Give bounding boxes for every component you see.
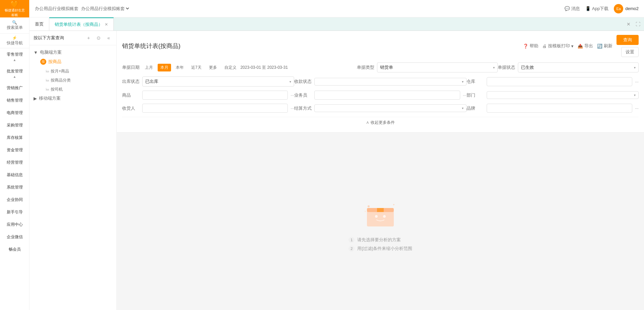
topbar-actions: 💬 消息 📱 App下载 Ea demo2 bbox=[565, 4, 639, 13]
sidebar-item-app-center[interactable]: 应用中心 bbox=[0, 218, 29, 231]
sidebar-item-operation[interactable]: 经营管理 bbox=[0, 156, 29, 169]
app-download-button[interactable]: 📱 App下载 bbox=[585, 6, 608, 12]
recipient-dots[interactable]: ··· bbox=[290, 106, 294, 111]
empty-illustration bbox=[360, 191, 400, 231]
user-profile[interactable]: Ea demo2 bbox=[614, 4, 639, 13]
tab-home-label: 首页 bbox=[35, 21, 44, 27]
salesperson-input[interactable] bbox=[314, 91, 460, 100]
help-button[interactable]: ❓ 帮助 bbox=[523, 43, 538, 49]
tab-sales-stats-label: 销货单统计表（按商品） bbox=[55, 21, 103, 28]
industry-dropdown[interactable]: 办公用品行业模拟账套 bbox=[80, 6, 130, 11]
help-icon: ❓ bbox=[523, 44, 528, 49]
svg-rect-2 bbox=[377, 208, 384, 212]
logo-text: 畅捷通好生意 bbox=[5, 8, 25, 13]
svg-point-5 bbox=[368, 205, 370, 207]
sidebar-item-ecommerce[interactable]: 电商管理 bbox=[0, 107, 29, 119]
query-button[interactable]: 查询 bbox=[616, 35, 639, 45]
salesperson-dots[interactable]: ··· bbox=[463, 93, 467, 98]
tree-category-mobile[interactable]: ▶ 移动端方案 bbox=[30, 94, 116, 103]
doc-status-dropdown[interactable]: 已生效 ▾ bbox=[518, 62, 639, 72]
topbar: 办公用品行业模拟账套 办公用品行业模拟账套 💬 消息 📱 App下载 Ea de… bbox=[30, 0, 644, 17]
sidebar-item-enterprise[interactable]: 企业协同 bbox=[0, 194, 29, 206]
outbound-status-control: 已出库 ▾ bbox=[142, 76, 294, 87]
filter-outbound-status: 出库状态 已出库 ▾ bbox=[122, 76, 294, 87]
filter-payment-status: 收款状态 ▾ bbox=[294, 78, 466, 86]
recipient-label: 收货人 bbox=[122, 105, 142, 111]
date-btn-7days[interactable]: 近7天 bbox=[189, 64, 204, 71]
window-close-button[interactable]: ✕ bbox=[625, 21, 632, 28]
warehouse-input[interactable] bbox=[487, 77, 632, 86]
message-label: 消息 bbox=[571, 6, 580, 12]
left-panel-title: 按以下方案查询 bbox=[34, 35, 64, 41]
tree-item-by-category[interactable]: ㎞ 按商品分类 bbox=[30, 76, 116, 85]
tabbar-spacer bbox=[114, 17, 623, 31]
print-button[interactable]: 🖨 按模板打印 ▾ bbox=[542, 43, 574, 49]
tree-item-by-printer[interactable]: ㎞ 按司机 bbox=[30, 85, 116, 94]
payment-method-dropdown[interactable]: ▾ bbox=[314, 104, 466, 112]
brand-input[interactable] bbox=[487, 104, 632, 113]
sidebar-item-system[interactable]: 系统管理 bbox=[0, 181, 29, 194]
sidebar-item-guide[interactable]: 新手引导 bbox=[0, 206, 29, 218]
warehouse-control: ··· bbox=[487, 77, 639, 86]
add-scheme-button[interactable]: + bbox=[85, 34, 92, 42]
tab-home[interactable]: 首页 bbox=[30, 17, 49, 31]
query-actions: 查询 设置 bbox=[616, 35, 639, 57]
recipient-input[interactable] bbox=[142, 104, 288, 113]
tree-category-desktop[interactable]: ▼ 电脑端方案 bbox=[30, 48, 116, 57]
date-btn-custom[interactable]: 自定义 bbox=[222, 64, 239, 71]
setting-button[interactable]: 设置 bbox=[621, 47, 639, 57]
doc-type-arrow: ▾ bbox=[493, 66, 495, 69]
sidebar-item-wholesale[interactable]: 批发管理 ▲ bbox=[0, 65, 29, 82]
sidebar-quicknav[interactable]: ⚡ 快捷导航 bbox=[0, 34, 29, 48]
window-buttons: ✕ ⛶ bbox=[623, 17, 644, 31]
sidebar-item-marketing[interactable]: 营销推广 bbox=[0, 82, 29, 94]
settings-scheme-button[interactable]: ⊙ bbox=[95, 34, 102, 42]
date-label: 单据日期 bbox=[122, 64, 142, 70]
window-maximize-button[interactable]: ⛶ bbox=[635, 21, 641, 28]
product-input[interactable] bbox=[142, 91, 288, 100]
sidebar: 🧡 畅捷通好生意 标账 🔍 搜索菜单 ⚡ 快捷导航 零售管理 ▲ 批发管理 ▲ … bbox=[0, 0, 30, 310]
sidebar-item-sales[interactable]: 销售管理 bbox=[0, 94, 29, 107]
collapse-panel-button[interactable]: « bbox=[105, 34, 112, 42]
date-btn-this-month[interactable]: 本月 bbox=[158, 64, 171, 71]
outbound-status-dropdown[interactable]: 已出库 ▾ bbox=[142, 76, 294, 87]
tree-item-by-product[interactable]: 按 按商品 bbox=[30, 57, 116, 67]
svg-point-6 bbox=[365, 211, 366, 212]
sidebar-item-member[interactable]: 畅会员 bbox=[0, 243, 29, 256]
export-button[interactable]: 📤 导出 bbox=[578, 43, 593, 49]
date-btn-last-month[interactable]: 上月 bbox=[142, 64, 156, 71]
sidebar-item-wechat[interactable]: 企业微信 bbox=[0, 231, 29, 243]
department-label: 部门 bbox=[467, 92, 487, 98]
department-dropdown[interactable]: ▾ bbox=[487, 91, 639, 99]
payment-status-dropdown[interactable]: ▾ bbox=[314, 78, 466, 86]
message-icon: 💬 bbox=[565, 6, 570, 11]
date-btn-this-year[interactable]: 本年 bbox=[173, 64, 186, 71]
collapse-conditions-button[interactable]: ∧ 收起更多条件 bbox=[122, 117, 639, 128]
topbar-title: 办公用品行业模拟账套 办公用品行业模拟账套 bbox=[35, 6, 560, 12]
product-dots[interactable]: ··· bbox=[290, 93, 294, 98]
app-logo[interactable]: 🧡 畅捷通好生意 标账 bbox=[0, 0, 29, 17]
warehouse-dots[interactable]: ··· bbox=[635, 79, 639, 84]
industry-name: 办公用品行业模拟账套 bbox=[35, 6, 78, 11]
brand-dots[interactable]: ··· bbox=[635, 106, 639, 111]
by-category-label: 按商品分类 bbox=[51, 78, 71, 83]
date-btn-more[interactable]: 更多 bbox=[206, 64, 220, 71]
by-printer-icon: ㎞ bbox=[46, 87, 49, 92]
tree-category-arrow-mobile: ▶ bbox=[34, 96, 37, 101]
finance-label: 资金管理 bbox=[7, 147, 23, 153]
tree-item-by-month-product[interactable]: ㎞ 按月+商品 bbox=[30, 67, 116, 76]
sidebar-search[interactable]: 🔍 搜索菜单 bbox=[0, 17, 29, 34]
marketing-label: 营销推广 bbox=[7, 85, 23, 91]
sidebar-item-purchase[interactable]: 采购管理 bbox=[0, 119, 29, 132]
payment-method-arrow: ▾ bbox=[462, 106, 464, 110]
refresh-button[interactable]: 🔄 刷新 bbox=[597, 43, 612, 49]
sidebar-item-basic[interactable]: 基础信息 bbox=[0, 169, 29, 181]
sidebar-item-finance[interactable]: 资金管理 bbox=[0, 144, 29, 156]
payment-method-label: 结算方式 bbox=[294, 105, 314, 111]
sidebar-item-inventory[interactable]: 库存核算 bbox=[0, 132, 29, 144]
tab-close-icon[interactable]: ✕ bbox=[105, 22, 108, 27]
doc-type-dropdown[interactable]: 销货单 ▾ bbox=[377, 62, 498, 72]
tab-sales-stats[interactable]: 销货单统计表（按商品） ✕ bbox=[49, 17, 114, 31]
sidebar-item-retail[interactable]: 零售管理 ▲ bbox=[0, 48, 29, 65]
message-button[interactable]: 💬 消息 bbox=[565, 6, 580, 12]
